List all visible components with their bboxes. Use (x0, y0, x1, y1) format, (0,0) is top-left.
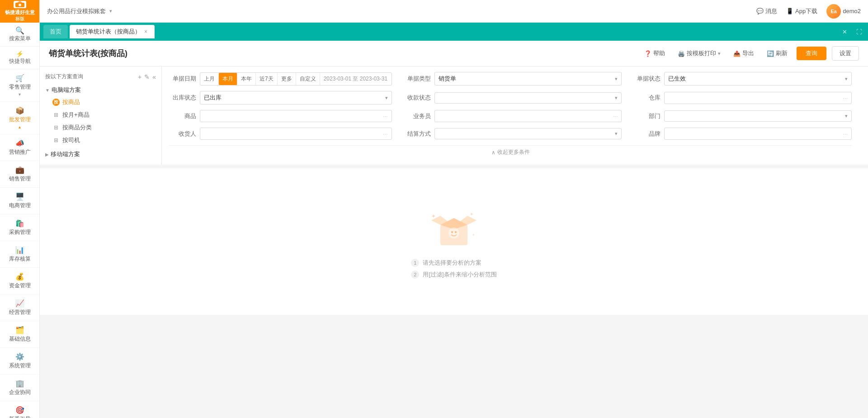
sidebar-item-basic[interactable]: 🗂️ 基础信息 (0, 321, 39, 348)
date-tab-more[interactable]: 更多 (278, 73, 296, 85)
goods-dots[interactable]: ··· (383, 113, 388, 119)
pay-status-field[interactable]: ▾ (434, 92, 622, 104)
window-close-icon: ✕ (842, 28, 847, 35)
tip-num-2: 2 (411, 271, 419, 279)
scheme-desktop-group: ▼ 电脑端方案 按 按商品 ⊞ 按月+商品 ⊞ 按商品分类 (40, 84, 161, 147)
app-logo: 畅捷通好生意 标版 (0, 0, 39, 23)
sales-label: 销售管理 (9, 175, 31, 183)
doc-status-field[interactable]: 已生效 ▾ (664, 72, 852, 86)
sales-icon: 💼 (15, 166, 24, 174)
svg-text:✦: ✦ (472, 233, 475, 237)
brand-dots[interactable]: ··· (843, 130, 848, 137)
sidebar-item-enterprise[interactable]: 🏢 企业协同 (0, 375, 39, 401)
tip-num-1: 1 (411, 259, 419, 267)
print-label: 按模板打印 (687, 49, 716, 57)
export-label: 导出 (742, 49, 754, 57)
tab-close-btn[interactable]: × (143, 28, 148, 35)
sidebar-item-ecommerce[interactable]: 🖥️ 电商管理 (0, 188, 39, 214)
sidebar-quick-nav[interactable]: ⚡ 快捷导航 (0, 47, 39, 69)
out-status-field[interactable]: 已出库 ▾ (200, 91, 392, 104)
user-menu[interactable]: Ea demo2 (826, 4, 861, 19)
scheme-item-category[interactable]: ⊞ 按商品分类 (40, 121, 161, 134)
sidebar-item-system[interactable]: ⚙️ 系统管理 (0, 348, 39, 375)
scheme-item-driver[interactable]: ⊞ 按司机 (40, 134, 161, 147)
main-content: 办公用品行业模拟账套 ▾ 💬 消息 📱 App下载 Ea demo2 首页 (40, 0, 868, 418)
consignee-field[interactable]: ··· (200, 128, 392, 140)
date-tab-this-month[interactable]: 本月 (219, 73, 237, 85)
sidebar-item-marketing[interactable]: 📣 营销推广 (0, 134, 39, 161)
filter-warehouse: 仓库 ··· (629, 92, 852, 104)
brand-field[interactable]: ··· (664, 128, 852, 140)
scheme-item-by-goods[interactable]: 按 按商品 (40, 96, 161, 109)
mobile-group-arrow: ▶ (45, 152, 49, 157)
scheme-item-month-goods[interactable]: ⊞ 按月+商品 (40, 109, 161, 121)
basic-icon: 🗂️ (15, 326, 24, 334)
doc-type-field[interactable]: 销货单 ▾ (434, 72, 622, 86)
scheme-add-btn[interactable]: + (138, 73, 142, 81)
tab-home[interactable]: 首页 (43, 25, 68, 38)
salesperson-field[interactable]: ··· (434, 110, 622, 122)
goods-field[interactable]: ··· (200, 110, 392, 122)
message-btn[interactable]: 💬 消息 (756, 7, 777, 15)
tab-window-maximize[interactable]: ⛶ (854, 26, 864, 37)
retail-icon: 🛒 (15, 74, 24, 82)
empty-tips: 1 请先选择要分析的方案 2 用[过滤]条件来缩小分析范围 (411, 259, 496, 279)
tab-window-close[interactable]: ✕ (839, 26, 850, 37)
sidebar-item-guide[interactable]: 🎯 新手引导 (0, 401, 39, 418)
scheme-edit-btn[interactable]: ✎ (144, 73, 150, 81)
refresh-label: 刷新 (776, 49, 788, 57)
tab-active[interactable]: 销货单统计表（按商品） × (70, 25, 155, 38)
sidebar-item-finance[interactable]: 💰 资金管理 (0, 268, 39, 294)
enterprise-label: 企业协同 (9, 389, 31, 396)
warehouse-field[interactable]: ··· (664, 92, 852, 104)
scheme-mobile-header[interactable]: ▶ 移动端方案 (40, 148, 161, 160)
header-breadcrumb: 办公用品行业模拟账套 ▾ (47, 7, 112, 15)
salesperson-dots[interactable]: ··· (613, 113, 618, 119)
date-tab-this-year[interactable]: 本年 (237, 73, 256, 85)
help-btn[interactable]: ❓ 帮助 (641, 48, 669, 59)
window-maximize-icon: ⛶ (856, 28, 862, 35)
sidebar-search[interactable]: 🔍 搜索菜单 (0, 23, 39, 47)
driver-icon: ⊞ (52, 137, 60, 144)
scheme-collapse-btn[interactable]: « (152, 73, 156, 81)
warehouse-dots[interactable]: ··· (843, 95, 848, 101)
refresh-icon: 🔄 (767, 50, 774, 57)
empty-tip-1: 1 请先选择要分析的方案 (411, 259, 496, 267)
collapse-btn[interactable]: ∧ 收起更多条件 (491, 148, 530, 156)
date-tab-7days[interactable]: 近7天 (256, 73, 278, 85)
app-download-btn[interactable]: 📱 App下载 (786, 7, 817, 15)
scheme-panel: 按以下方案查询 + ✎ « ▼ 电脑端方案 按 按商品 (40, 66, 162, 165)
out-status-label: 出库状态 (169, 94, 196, 102)
app-subtext: 标版 (15, 16, 24, 22)
date-value: 2023-03-01 至 2023-03-31 (320, 73, 392, 85)
sidebar-item-operations[interactable]: 📈 经营管理 (0, 294, 39, 321)
doc-type-label: 单据类型 (399, 75, 431, 83)
sidebar-item-wholesale[interactable]: 📦 批发管理 ▴ (0, 102, 39, 134)
app-download-icon: 📱 (786, 8, 793, 14)
sidebar-item-sales[interactable]: 💼 销售管理 (0, 161, 39, 188)
print-btn[interactable]: 🖨️ 按模板打印 ▾ (674, 48, 724, 59)
payment-field[interactable]: ▾ (434, 128, 622, 139)
page-actions: ❓ 帮助 🖨️ 按模板打印 ▾ 📤 导出 🔄 刷新 查询 设置 (641, 46, 859, 61)
refresh-btn[interactable]: 🔄 刷新 (763, 48, 791, 59)
sidebar-item-inventory[interactable]: 📊 库存核算 (0, 241, 39, 268)
page-content: 销货单统计表(按商品) ❓ 帮助 🖨️ 按模板打印 ▾ 📤 导出 🔄 刷新 (40, 41, 868, 418)
query-button[interactable]: 查询 (797, 47, 826, 60)
help-icon: ❓ (644, 50, 651, 57)
consignee-dots[interactable]: ··· (383, 130, 388, 137)
breadcrumb-arrow[interactable]: ▾ (109, 8, 112, 14)
dept-field[interactable]: ▾ (664, 110, 852, 122)
scheme-desktop-header[interactable]: ▼ 电脑端方案 (40, 84, 161, 96)
system-icon: ⚙️ (15, 352, 24, 361)
date-tab-custom[interactable]: 自定义 (296, 73, 320, 85)
date-tab-last-month[interactable]: 上月 (200, 73, 219, 85)
collapse-row: ∧ 收起更多条件 (169, 145, 852, 159)
export-btn[interactable]: 📤 导出 (730, 48, 758, 59)
settings-button[interactable]: 设置 (832, 46, 859, 61)
sidebar-item-procurement[interactable]: 🛍️ 采购管理 (0, 214, 39, 241)
quick-nav-label: 快捷导航 (3, 57, 37, 65)
active-item-dot: 按 (52, 99, 60, 106)
sidebar-item-retail[interactable]: 🛒 零售管理 ▾ (0, 69, 39, 102)
ecommerce-icon: 🖥️ (15, 192, 24, 201)
ecommerce-label: 电商管理 (9, 202, 31, 209)
